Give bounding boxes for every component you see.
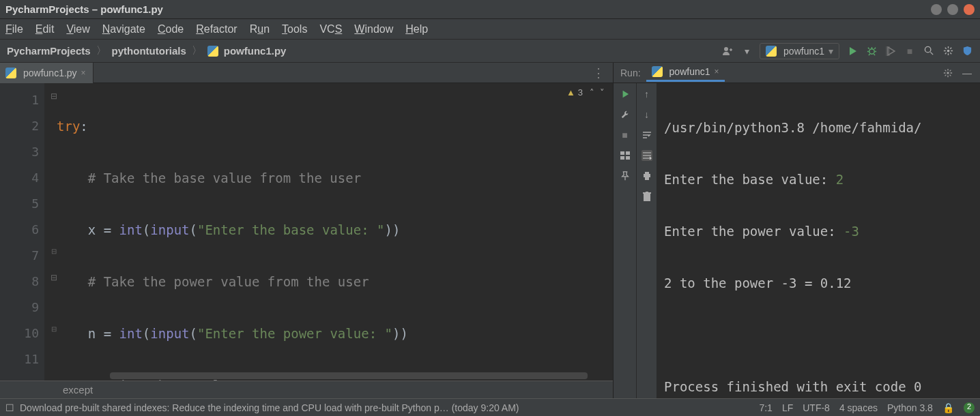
svg-point-1 — [869, 49, 874, 55]
run-configuration-selector[interactable]: powfunc1 ▾ — [760, 43, 839, 59]
debug-button[interactable] — [865, 45, 878, 57]
minimize-button[interactable] — [931, 4, 942, 15]
console-line: Process finished with exit code 0 — [664, 374, 973, 398]
svg-rect-13 — [644, 194, 650, 201]
svg-point-4 — [947, 50, 949, 53]
code-text[interactable]: try: # Take the base value from the user… — [44, 83, 613, 381]
python-file-icon — [207, 46, 218, 57]
menu-window[interactable]: Window — [354, 23, 393, 35]
close-button[interactable] — [964, 4, 975, 15]
maximize-button[interactable] — [947, 4, 958, 15]
layout-icon[interactable] — [620, 150, 631, 161]
console-output[interactable]: /usr/bin/python3.8 /home/fahmida/ Enter … — [657, 83, 980, 398]
main-content: powfunc1.py × ⋮ 1234567891011 ⊟ ⊟ ⊟ ⊟ tr… — [0, 63, 980, 398]
menu-edit[interactable]: Edit — [35, 23, 55, 35]
run-config-name: powfunc1 — [783, 46, 824, 57]
svg-rect-7 — [626, 151, 630, 155]
pin-icon[interactable] — [620, 170, 631, 181]
status-hint-icon[interactable]: ☐ — [5, 402, 14, 413]
python-file-icon — [766, 46, 777, 57]
window-title: PycharmProjects – powfunc1.py — [5, 3, 163, 15]
stop-button[interactable]: ■ — [904, 45, 916, 57]
status-encoding[interactable]: UTF-8 — [803, 402, 830, 413]
run-button[interactable] — [846, 45, 859, 57]
lock-icon[interactable]: 🔒 — [942, 402, 954, 413]
toolbar-right: ▾ powfunc1 ▾ ■ — [721, 43, 973, 59]
status-interpreter[interactable]: Python 3.8 — [887, 402, 933, 413]
rerun-icon[interactable] — [620, 89, 631, 100]
run-body: ■ ↑ ↓ /usr/bin/python3.8 /home/fahmida/ … — [614, 83, 980, 398]
down-arrow-icon[interactable]: ↓ — [642, 109, 652, 120]
scroll-to-end-icon[interactable] — [642, 150, 652, 161]
search-icon[interactable] — [923, 45, 935, 57]
menu-navigate[interactable]: Navigate — [102, 23, 145, 35]
editor-tab-label: powfunc1.py — [23, 68, 77, 78]
close-tab-icon[interactable]: × — [81, 68, 86, 78]
svg-rect-10 — [644, 174, 650, 177]
run-toolbar-primary: ■ — [614, 83, 637, 398]
svg-rect-14 — [643, 192, 651, 194]
console-line: 2 to the power -3 = 0.12 — [664, 270, 973, 296]
menu-refactor[interactable]: Refactor — [196, 23, 237, 35]
menu-tools[interactable]: Tools — [282, 23, 307, 35]
window-controls — [931, 4, 975, 15]
svg-rect-12 — [645, 177, 649, 180]
code-editor[interactable]: 1234567891011 ⊟ ⊟ ⊟ ⊟ try: # Take the ba… — [0, 83, 613, 381]
wrench-icon[interactable] — [620, 109, 631, 120]
status-line-sep[interactable]: LF — [782, 402, 793, 413]
chevron-right-icon: 〉 — [96, 44, 106, 57]
soft-wrap-icon[interactable] — [642, 130, 652, 140]
close-icon[interactable]: × — [715, 67, 719, 76]
breadcrumb-folder[interactable]: pythontutorials — [112, 45, 186, 57]
warning-count: 3 — [578, 87, 583, 98]
trash-icon[interactable] — [642, 191, 652, 202]
run-tab[interactable]: powfunc1 × — [646, 64, 725, 82]
code-breadcrumb-item[interactable]: except — [63, 384, 93, 396]
breadcrumb-file[interactable]: powfunc1.py — [224, 45, 287, 57]
menu-code[interactable]: Code — [158, 23, 184, 35]
breadcrumb-project[interactable]: PycharmProjects — [7, 45, 91, 57]
up-arrow-icon[interactable]: ↑ — [642, 89, 652, 100]
gear-icon[interactable] — [942, 67, 954, 79]
run-header: Run: powfunc1 × — — [614, 63, 980, 83]
nav-down-icon[interactable]: ˅ — [600, 87, 605, 98]
svg-rect-9 — [626, 156, 630, 160]
shield-icon[interactable] — [961, 45, 973, 57]
horizontal-scrollbar[interactable] — [110, 372, 588, 379]
editor-more-icon[interactable]: ⋮ — [592, 65, 613, 80]
editor-tab[interactable]: powfunc1.py × — [0, 63, 93, 83]
add-user-icon[interactable] — [721, 45, 734, 57]
coverage-button[interactable] — [884, 45, 897, 57]
svg-point-0 — [724, 47, 728, 51]
menu-vcs[interactable]: VCS — [319, 23, 342, 35]
menu-file[interactable]: File — [5, 23, 23, 35]
dropdown-arrow-icon[interactable]: ▾ — [740, 45, 753, 57]
run-toolbar-secondary: ↑ ↓ — [637, 83, 657, 398]
status-bar: ☐ Download pre-built shared indexes: Red… — [0, 398, 980, 416]
menu-bar: File Edit View Navigate Code Refactor Ru… — [0, 19, 980, 40]
menu-run[interactable]: Run — [250, 23, 270, 35]
status-indent[interactable]: 4 spaces — [839, 402, 878, 413]
svg-point-3 — [925, 46, 930, 52]
hide-icon[interactable]: — — [961, 67, 973, 79]
menu-help[interactable]: Help — [405, 23, 428, 35]
status-message[interactable]: Download pre-built shared indexes: Reduc… — [20, 402, 519, 413]
line-gutter: 1234567891011 — [0, 83, 44, 381]
inspection-indicator[interactable]: ▲ 3 ˄ ˅ — [566, 87, 605, 98]
run-tab-label: powfunc1 — [669, 66, 710, 77]
code-breadcrumb[interactable]: except — [0, 381, 613, 398]
console-line: /usr/bin/python3.8 /home/fahmida/ — [664, 115, 973, 140]
status-caret[interactable]: 7:1 — [759, 402, 772, 413]
menu-view[interactable]: View — [66, 23, 89, 35]
navigation-bar: PycharmProjects 〉 pythontutorials 〉 powf… — [0, 40, 980, 63]
chevron-right-icon: 〉 — [192, 44, 202, 57]
svg-rect-2 — [886, 46, 890, 56]
stop-icon[interactable]: ■ — [620, 130, 631, 140]
print-icon[interactable] — [642, 170, 652, 181]
notification-badge[interactable]: 2 — [964, 402, 975, 413]
svg-rect-11 — [645, 172, 649, 174]
breadcrumb[interactable]: PycharmProjects 〉 pythontutorials 〉 powf… — [7, 44, 286, 57]
console-line: Enter the power value: -3 — [664, 218, 973, 244]
nav-up-icon[interactable]: ˄ — [590, 87, 594, 98]
settings-gear-icon[interactable] — [942, 45, 954, 57]
